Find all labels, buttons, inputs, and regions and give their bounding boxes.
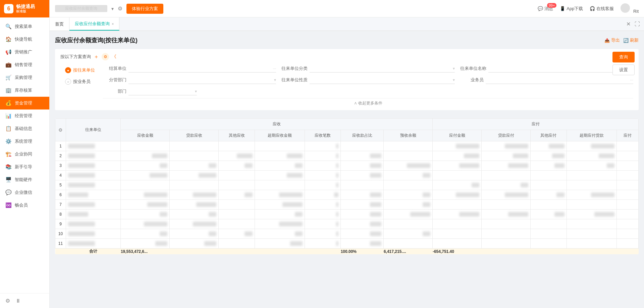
user-info[interactable]: Rit	[621, 3, 639, 14]
partner-nature-input[interactable]	[310, 76, 452, 84]
dropdown-arrow-icon[interactable]: ▾	[111, 6, 114, 11]
cell-link[interactable]: 0.00	[423, 231, 430, 236]
cell-link[interactable]: 810,126.64	[147, 202, 167, 207]
cell-link[interactable]: 0.00	[423, 192, 430, 197]
cell-link[interactable]: 1,000.00	[152, 153, 168, 158]
cell-link[interactable]: 1,251,551.00	[505, 144, 528, 148]
cell-link[interactable]: 1,251,551.00	[591, 144, 614, 148]
sidebar-item-sales[interactable]: 💼 销售管理	[0, 58, 49, 71]
nav-option-by-partner[interactable]: ● 按往来单位	[60, 64, 100, 76]
nav-option-by-salesman[interactable]: ○ 按业务员	[60, 76, 100, 87]
notifications[interactable]: 💬 消息 99+	[538, 6, 553, 12]
sidebar-item-operations[interactable]: 📊 经营管理	[0, 109, 49, 122]
tab-ar-ap[interactable]: 应收应付余额查询 ×	[69, 17, 119, 31]
tab-close-icon[interactable]: ×	[112, 22, 114, 26]
cell-link[interactable]: 100.00	[552, 153, 565, 158]
sidebar-item-inventory[interactable]: 🏢 库存核算	[0, 84, 49, 97]
cell-link[interactable]: 4,345,436.20	[193, 192, 216, 197]
cell-link[interactable]: 0.00	[245, 231, 252, 236]
cell-link[interactable]: 0.00	[472, 183, 479, 187]
collapse-footer-icon[interactable]: ⏸	[15, 298, 21, 304]
settlement-unit-ellipsis[interactable]: ···	[273, 66, 276, 71]
cell-link[interactable]: 0.00	[423, 173, 430, 178]
sidebar-item-quick-nav[interactable]: 🏠 快捷导航	[0, 33, 49, 46]
dept-input[interactable]	[128, 76, 274, 84]
app-download[interactable]: 📱 App下载	[560, 6, 583, 12]
collapse-conditions[interactable]: ∧ 收起更多条件	[103, 98, 633, 106]
cell-link[interactable]: 0.00	[209, 231, 216, 236]
cell-link[interactable]: 77.00	[554, 212, 565, 217]
dept-arrow[interactable]: ▾	[274, 78, 276, 82]
cell-link[interactable]: 0.00	[160, 163, 167, 168]
cell-link[interactable]: 1,001,135.00	[144, 222, 167, 226]
cell-link[interactable]: 18,000.00	[150, 173, 167, 178]
cell-link[interactable]: 0.00	[607, 163, 614, 168]
cell-link[interactable]: 3,044,240.00	[505, 192, 528, 197]
refresh-button[interactable]: 🔄 刷新	[623, 37, 639, 43]
partner-name-input[interactable]	[488, 64, 633, 72]
tab-close-window-icon[interactable]: ✕	[626, 21, 631, 27]
cell-link[interactable]: 18,000.00	[199, 173, 216, 178]
search-add-icon[interactable]: ＋	[94, 53, 99, 60]
cell-link[interactable]: 0.00	[245, 192, 252, 197]
cell-link[interactable]: 0.00	[521, 183, 528, 187]
query-button[interactable]: 查询	[612, 52, 635, 62]
cell-link[interactable]: 1,390.00	[513, 153, 529, 158]
cell-link[interactable]: 345,761.00	[459, 212, 479, 217]
salesman-input[interactable]	[486, 76, 630, 84]
sub-dept-input[interactable]	[128, 87, 195, 95]
search-settings-icon[interactable]: ⚙	[102, 53, 109, 60]
sub-dept-arrow[interactable]: ▾	[195, 89, 197, 94]
cell-link[interactable]: 0.00	[160, 231, 167, 236]
cell-link[interactable]: 1,390.00	[599, 153, 614, 158]
sidebar-item-marketing[interactable]: 📢 营销推广	[0, 46, 49, 58]
export-button[interactable]: 📤 导出	[604, 37, 620, 43]
sidebar-item-basic-info[interactable]: 📋 基础信息	[0, 122, 49, 135]
search-collapse-icon[interactable]: 《	[112, 54, 116, 60]
cell-link[interactable]: 152.00	[204, 241, 217, 246]
cell-link[interactable]: 345,684.00	[508, 212, 528, 217]
cell-link[interactable]: 3,044,240.00	[456, 192, 479, 197]
settings-footer-icon[interactable]: ⚙	[5, 298, 10, 304]
sidebar-item-guide[interactable]: 📚 新手引导	[0, 161, 49, 173]
salesman-ellipsis[interactable]: ···	[630, 78, 633, 82]
sidebar-item-search-menu[interactable]: 🔍 搜索菜单	[0, 20, 49, 33]
cell-link[interactable]: 0.00	[160, 212, 167, 217]
cell-link[interactable]: 0.00	[209, 212, 216, 217]
cell-link[interactable]: 345,684.00	[594, 212, 614, 217]
cell-link[interactable]: 0.00	[209, 163, 216, 168]
cell-link[interactable]: 152.00	[155, 241, 168, 246]
cell-link[interactable]: 0.00	[245, 163, 252, 168]
tab-home[interactable]: 首页	[50, 17, 69, 31]
sidebar-item-finance[interactable]: 💰 资金管理	[0, 97, 49, 109]
cell-link[interactable]: 1,490.00	[464, 153, 480, 158]
settlement-unit-input[interactable]	[128, 64, 273, 72]
sidebar-item-smart-hw[interactable]: 🖥️ 智能硬件	[0, 173, 49, 186]
partner-category-input[interactable]	[310, 64, 452, 72]
sidebar-item-member[interactable]: ♾️ 畅会员	[0, 199, 49, 212]
sidebar-item-system[interactable]: ⚙️ 系统管理	[0, 135, 49, 148]
cell-link[interactable]: 915,495.56	[508, 163, 528, 168]
sidebar-item-wechat[interactable]: 💬 企业微信	[0, 186, 49, 199]
cell-link[interactable]: 4,345,436.20	[144, 192, 167, 197]
sidebar-item-enterprise[interactable]: 🏗️ 企业协同	[0, 148, 49, 161]
partner-category-arrow[interactable]: ▾	[453, 66, 455, 71]
set-button[interactable]: 设置	[612, 64, 635, 75]
partner-nature-arrow[interactable]: ▾	[453, 78, 455, 82]
sidebar-item-purchase[interactable]: 🛒 采购管理	[0, 71, 49, 84]
cell-link[interactable]: 3,044,240.00	[591, 192, 614, 197]
tab-expand-icon[interactable]: ⛶	[635, 21, 640, 27]
cell-link[interactable]: 1,000.00	[237, 153, 253, 158]
cell-link[interactable]: 0.00	[556, 192, 564, 197]
cell-link[interactable]: 915,508.56	[459, 163, 479, 168]
online-service[interactable]: 🎧 在线客服	[590, 6, 614, 12]
promo-button[interactable]: 体验行业方案	[126, 4, 163, 14]
cell-link[interactable]: 1,222.00	[549, 144, 565, 148]
cell-link[interactable]: 2,153,333.00	[407, 163, 430, 168]
table-settings-icon[interactable]: ⚙	[58, 127, 63, 133]
cell-link[interactable]: 655,636.75	[410, 212, 430, 217]
cell-link[interactable]: 0.00	[423, 202, 430, 207]
cell-link[interactable]: 13.00	[554, 163, 565, 168]
header-gear-icon[interactable]: ⚙	[118, 5, 122, 12]
cell-link[interactable]: 810,126.64	[196, 202, 216, 207]
